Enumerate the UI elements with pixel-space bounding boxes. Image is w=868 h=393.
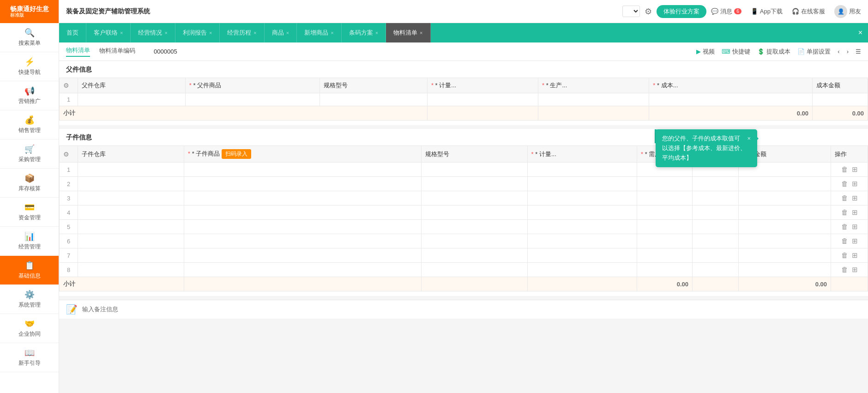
tab-products[interactable]: 商品 × — [265, 23, 297, 42]
topbar-right: 💬 消息 6 📱 App下载 🎧 在线客服 👤 用友 — [711, 5, 861, 18]
close-all-tabs[interactable]: × — [853, 29, 868, 37]
parent-amount-cell — [813, 93, 868, 106]
th-unit: * * 计量... — [427, 78, 538, 93]
scan-button[interactable]: 扫码录入 — [222, 149, 251, 159]
delete-icon[interactable]: 🗑 — [841, 208, 848, 217]
sidebar-item-finance[interactable]: 💳 资金管理 — [0, 198, 59, 227]
action-shortcut[interactable]: ⌨ 快捷键 — [722, 48, 750, 56]
tab-history[interactable]: 经营历程 × — [220, 23, 264, 42]
tab-add-product[interactable]: 新增商品 × — [297, 23, 341, 42]
app-download-button[interactable]: 📱 App下载 — [751, 7, 783, 16]
sidebar-item-purchase[interactable]: 🛒 采购管理 — [0, 139, 59, 169]
sidebar-item-sales[interactable]: 💰 销售管理 — [0, 110, 59, 139]
copy-icon[interactable]: ⊞ — [852, 165, 858, 174]
delete-icon[interactable]: 🗑 — [841, 266, 848, 274]
copy-icon[interactable]: ⊞ — [852, 208, 858, 217]
sidebar-item-system[interactable]: ⚙️ 系统管理 — [0, 285, 59, 314]
child-spec-2[interactable] — [421, 177, 527, 191]
copy-icon[interactable]: ⊞ — [852, 194, 858, 202]
child-actions-1: 🗑 ⊞ — [831, 163, 868, 177]
close-icon[interactable]: × — [375, 30, 378, 36]
sidebar-item-marketing[interactable]: 📢 营销推广 — [0, 81, 59, 110]
parent-cost-cell[interactable] — [649, 93, 813, 106]
close-icon[interactable]: × — [253, 30, 256, 36]
close-icon[interactable]: × — [120, 30, 123, 36]
nav-prev[interactable]: ‹ — [838, 48, 839, 55]
message-button[interactable]: 💬 消息 6 — [711, 7, 741, 16]
tab-customer[interactable]: 客户联络 × — [86, 23, 131, 42]
delete-icon[interactable]: 🗑 — [841, 165, 848, 174]
action-cost[interactable]: 💲 提取成本 — [757, 48, 790, 56]
tab-profit[interactable]: 利润报告 × — [175, 23, 220, 42]
sidebar-item-inventory[interactable]: 📦 库存核算 — [0, 169, 59, 198]
nav-more[interactable]: ☰ — [856, 48, 861, 55]
user-menu[interactable]: 👤 用友 — [834, 5, 861, 18]
child-amount-2 — [739, 177, 831, 191]
subtotal-produce-cell — [538, 106, 649, 121]
child-spec-1[interactable] — [421, 163, 527, 177]
cost-tooltip: × 您的父件、子件的成本取值可以选择【参考成本、最新进价、平均成本】 — [656, 129, 757, 167]
tab-home[interactable]: 首页 — [59, 23, 86, 42]
sidebar-item-search[interactable]: 🔍 搜索菜单 — [0, 23, 59, 52]
trial-button[interactable]: 体验行业方案 — [657, 5, 706, 18]
parent-unit-cell[interactable] — [427, 93, 538, 106]
action-setting[interactable]: 📄 单据设置 — [797, 48, 831, 56]
copy-icon[interactable]: ⊞ — [852, 251, 858, 260]
tab-bom[interactable]: 物料清单 × — [386, 23, 430, 42]
copy-icon[interactable]: ⊞ — [852, 266, 858, 274]
child-row: 4 🗑⊞ — [60, 206, 868, 220]
sidebar-item-guide[interactable]: 📖 新手引导 — [0, 343, 59, 372]
child-qty-2[interactable] — [637, 177, 693, 191]
close-icon[interactable]: × — [286, 30, 289, 36]
parent-spec-cell[interactable] — [320, 93, 428, 106]
child-product-2[interactable] — [184, 177, 421, 191]
th-child-unit: * * 计量... — [527, 146, 637, 163]
parent-product-cell[interactable] — [185, 93, 319, 106]
child-table: ⚙ 子件仓库 * * 子件商品 扫码录入 规格型号 * * 计量... * * … — [59, 145, 868, 291]
delete-icon[interactable]: 🗑 — [841, 194, 848, 202]
sub-tab-bom-code[interactable]: 物料清单编码 — [99, 47, 135, 56]
action-view[interactable]: ▶ 视频 — [696, 48, 715, 56]
child-warehouse-2[interactable] — [78, 177, 184, 191]
note-placeholder[interactable]: 输入备注信息 — [82, 305, 118, 314]
lightning-icon: ⚡ — [24, 57, 35, 67]
delete-icon[interactable]: 🗑 — [841, 251, 848, 260]
tab-barcode[interactable]: 条码方案 × — [342, 23, 386, 42]
parent-warehouse-cell[interactable] — [78, 93, 186, 106]
child-product-1[interactable] — [184, 163, 421, 177]
online-service-button[interactable]: 🎧 在线客服 — [792, 7, 825, 16]
settings-col-icon2: ⚙ — [63, 151, 69, 158]
sidebar-item-basic-info[interactable]: 📋 基础信息 — [0, 256, 59, 285]
th-settings[interactable]: ⚙ — [60, 78, 78, 93]
child-unit-2[interactable] — [527, 177, 637, 191]
copy-icon[interactable]: ⊞ — [852, 237, 858, 245]
sub-tab-bom[interactable]: 物料清单 — [66, 46, 90, 57]
child-unit-1[interactable] — [527, 163, 637, 177]
sidebar-item-quick-nav[interactable]: ⚡ 快捷导航 — [0, 52, 59, 81]
child-unit-cost-2[interactable] — [693, 177, 739, 191]
nav-next[interactable]: › — [847, 48, 849, 55]
system-selector[interactable] — [622, 6, 640, 17]
bom-code: 0000005 — [154, 48, 177, 55]
sidebar-item-operation[interactable]: 📊 经营管理 — [0, 227, 59, 256]
delete-icon[interactable]: 🗑 — [841, 223, 848, 231]
close-icon[interactable]: × — [420, 30, 422, 36]
copy-icon[interactable]: ⊞ — [852, 180, 858, 188]
parent-produce-cell[interactable] — [538, 93, 649, 106]
delete-icon[interactable]: 🗑 — [841, 180, 848, 188]
settings-icon[interactable]: ⚙ — [645, 6, 652, 17]
sidebar-item-cooperation[interactable]: 🤝 企业协同 — [0, 314, 59, 343]
child-warehouse-1[interactable] — [78, 163, 184, 177]
close-icon[interactable]: × — [209, 30, 212, 36]
tooltip-close-button[interactable]: × — [747, 134, 751, 144]
close-icon[interactable]: × — [164, 30, 167, 36]
delete-icon[interactable]: 🗑 — [841, 237, 848, 245]
app-logo: 畅康通好生意 标准版 — [0, 0, 59, 23]
nav-tabs: 首页 客户联络 × 经营情况 × 利润报告 × 经营历程 × 商品 × 新增商品… — [59, 23, 868, 42]
th-child-settings[interactable]: ⚙ — [60, 146, 78, 163]
tab-operation[interactable]: 经营情况 × — [131, 23, 175, 42]
copy-icon[interactable]: ⊞ — [852, 223, 858, 231]
megaphone-icon: 📢 — [24, 86, 35, 96]
close-icon[interactable]: × — [331, 30, 333, 36]
settings-col-icon: ⚙ — [63, 82, 69, 89]
